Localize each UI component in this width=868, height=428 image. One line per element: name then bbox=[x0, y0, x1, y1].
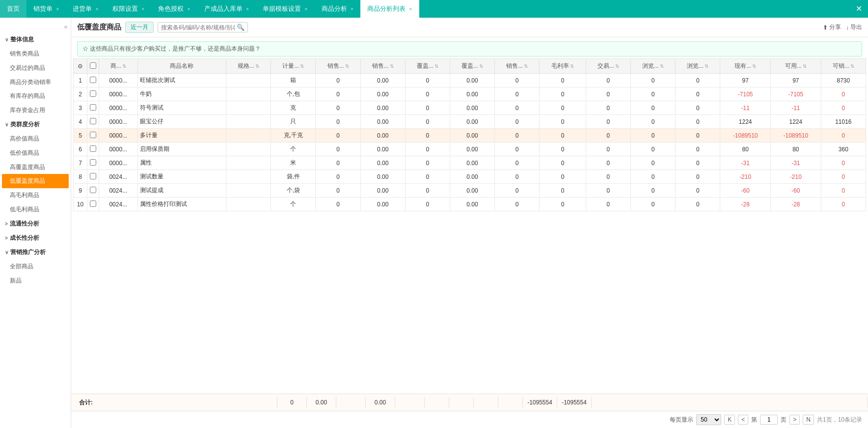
col-available-header[interactable]: 可用... ⇅ bbox=[770, 59, 821, 74]
nav-home[interactable]: 首页 bbox=[0, 0, 27, 18]
browse1-link[interactable]: 0 bbox=[651, 105, 655, 112]
table-cell: 只 bbox=[271, 115, 316, 129]
table-cell: 0 bbox=[405, 129, 450, 143]
nav-permission-settings[interactable]: 权限设置 × bbox=[106, 0, 151, 18]
col-settings[interactable]: ⚙ bbox=[74, 59, 87, 74]
settings-icon[interactable]: ⚙ bbox=[78, 63, 83, 70]
browse1-link[interactable]: 0 bbox=[651, 146, 655, 153]
sidebar-section-marketing[interactable]: ∨ 营销推广分析 bbox=[0, 245, 71, 259]
sidebar-item-category-rate[interactable]: 商品分类动销率 bbox=[0, 75, 71, 89]
nav-product-analysis-list[interactable]: 商品分析列表 × bbox=[360, 0, 419, 18]
sidebar-section-growth[interactable]: > 成长性分析 bbox=[0, 231, 71, 245]
nav-close-icon[interactable]: × bbox=[351, 0, 353, 18]
select-all-checkbox[interactable] bbox=[90, 62, 96, 69]
nav-sales-order[interactable]: 销货单 × bbox=[27, 0, 66, 18]
nav-close-icon[interactable]: × bbox=[187, 0, 190, 18]
sidebar-item-high-value[interactable]: 高价值商品 bbox=[0, 132, 71, 146]
col-sales-qty-header[interactable]: 销售... ⇅ bbox=[316, 59, 360, 74]
browse1-link[interactable]: 0 bbox=[651, 91, 655, 98]
col-browse2-header[interactable]: 浏览... ⇅ bbox=[676, 59, 720, 74]
sidebar-item-high-margin[interactable]: 高毛利商品 bbox=[0, 188, 71, 202]
sidebar-item-new-products[interactable]: 新品 bbox=[0, 274, 71, 288]
browse1-link[interactable]: 0 bbox=[651, 173, 655, 180]
sidebar-section-overview[interactable]: ∨ 整体信息 bbox=[0, 32, 71, 47]
prev-page-button[interactable]: < bbox=[738, 415, 748, 425]
row-checkbox[interactable] bbox=[90, 77, 96, 83]
nav-close-icon[interactable]: × bbox=[56, 0, 59, 18]
col-transaction-header[interactable]: 交易... ⇅ bbox=[586, 59, 630, 74]
sidebar-item-all-products[interactable]: 全部商品 bbox=[0, 259, 71, 274]
row-checkbox[interactable] bbox=[90, 187, 96, 193]
nav-template-settings[interactable]: 单据模板设置 × bbox=[256, 0, 314, 18]
next-page-button[interactable]: > bbox=[789, 415, 800, 425]
browse1-link[interactable]: 0 bbox=[651, 132, 655, 139]
table-cell: 0 bbox=[405, 143, 450, 156]
first-page-button[interactable]: K bbox=[724, 415, 735, 425]
nav-close-icon[interactable]: × bbox=[95, 0, 98, 18]
row-checkbox[interactable] bbox=[90, 118, 96, 124]
col-checkbox[interactable] bbox=[87, 59, 99, 74]
sidebar-collapse-button[interactable]: « bbox=[64, 23, 68, 30]
table-cell: 0 bbox=[676, 129, 720, 143]
share-icon: ⬆ bbox=[823, 24, 828, 31]
row-checkbox[interactable] bbox=[90, 159, 96, 166]
col-code-header[interactable]: 商... ⇅ bbox=[99, 59, 138, 74]
row-checkbox[interactable] bbox=[90, 145, 96, 152]
nav-product-analysis[interactable]: 商品分析 × bbox=[315, 0, 360, 18]
sidebar: « ∨ 整体信息 销售类商品 交易过的商品 商品分类动销率 有库存的商品 库存资… bbox=[0, 18, 71, 428]
browse1-link[interactable]: 0 bbox=[651, 160, 655, 167]
col-unit-header[interactable]: 计量... ⇅ bbox=[271, 59, 316, 74]
last-page-button[interactable]: N bbox=[803, 415, 814, 425]
col-gross-header[interactable]: 毛利率 ⇅ bbox=[540, 59, 586, 74]
sidebar-item-high-coverage[interactable]: 高覆盖度商品 bbox=[0, 160, 71, 174]
share-button[interactable]: ⬆ 分享 bbox=[823, 23, 841, 31]
table-cell: 0 bbox=[676, 198, 720, 211]
sidebar-item-low-margin[interactable]: 低毛利商品 bbox=[0, 202, 71, 217]
col-current-header[interactable]: 现有... ⇅ bbox=[720, 59, 771, 74]
search-input[interactable] bbox=[161, 24, 235, 31]
window-close-button[interactable]: ✕ bbox=[850, 0, 868, 18]
row-checkbox[interactable] bbox=[90, 90, 96, 97]
col-saleable-header[interactable]: 可销... ⇅ bbox=[821, 59, 866, 74]
table-cell: 0 bbox=[405, 74, 450, 87]
data-table-wrapper[interactable]: ⚙ 商... ⇅ 商品名称 bbox=[71, 58, 868, 394]
nav-finished-goods[interactable]: 产成品入库单 × bbox=[197, 0, 256, 18]
nav-close-icon[interactable]: × bbox=[246, 0, 249, 18]
browse1-link[interactable]: 0 bbox=[651, 187, 655, 194]
col-sales3-header[interactable]: 销售... ⇅ bbox=[495, 59, 540, 74]
browse1-link[interactable]: 0 bbox=[651, 118, 655, 125]
time-filter-button[interactable]: 近一月 bbox=[125, 22, 154, 33]
sidebar-items-marketing: 全部商品 新品 bbox=[0, 259, 71, 288]
col-spec-header[interactable]: 规格... ⇅ bbox=[226, 59, 271, 74]
browse1-link[interactable]: 0 bbox=[651, 77, 655, 84]
nav-close-icon[interactable]: × bbox=[304, 0, 307, 18]
page-size-select[interactable]: 50 20 100 200 bbox=[696, 414, 721, 425]
sidebar-item-low-value[interactable]: 低价值商品 bbox=[0, 146, 71, 160]
row-checkbox[interactable] bbox=[90, 132, 96, 138]
sidebar-section-cluster[interactable]: ∨ 类群度分析 bbox=[0, 117, 71, 132]
sidebar-section-liquidity[interactable]: > 流通性分析 bbox=[0, 217, 71, 231]
nav-role-auth[interactable]: 角色授权 × bbox=[151, 0, 197, 18]
sidebar-item-low-coverage[interactable]: 低覆盖度商品 bbox=[2, 174, 69, 188]
sidebar-item-traded-products[interactable]: 交易过的商品 bbox=[0, 61, 71, 75]
row-checkbox[interactable] bbox=[90, 200, 96, 207]
sidebar-item-capital-usage[interactable]: 库存资金占用 bbox=[0, 103, 71, 117]
sidebar-item-sales-products[interactable]: 销售类商品 bbox=[0, 47, 71, 61]
col-sales-amt-header[interactable]: 销售... ⇅ bbox=[360, 59, 405, 74]
col-browse1-header[interactable]: 浏览... ⇅ bbox=[630, 59, 675, 74]
nav-close-icon-active[interactable]: × bbox=[409, 0, 412, 18]
col-name-header[interactable]: 商品名称 bbox=[137, 59, 226, 74]
row-checkbox[interactable] bbox=[90, 104, 96, 111]
nav-purchase-order[interactable]: 进货单 × bbox=[66, 0, 105, 18]
sidebar-item-stock-products[interactable]: 有库存的商品 bbox=[0, 89, 71, 103]
footer-browse1 bbox=[474, 397, 498, 408]
table-cell: 0.00 bbox=[450, 170, 494, 184]
export-button[interactable]: ↓ 导出 bbox=[846, 23, 862, 31]
row-checkbox[interactable] bbox=[90, 173, 96, 179]
col-coverage1-header[interactable]: 覆盖... ⇅ bbox=[405, 59, 450, 74]
col-coverage2-header[interactable]: 覆盖... ⇅ bbox=[450, 59, 494, 74]
nav-close-icon[interactable]: × bbox=[141, 0, 144, 18]
page-input[interactable] bbox=[760, 415, 778, 425]
sort-icon: ⇅ bbox=[524, 63, 528, 69]
browse1-link[interactable]: 0 bbox=[651, 201, 655, 208]
